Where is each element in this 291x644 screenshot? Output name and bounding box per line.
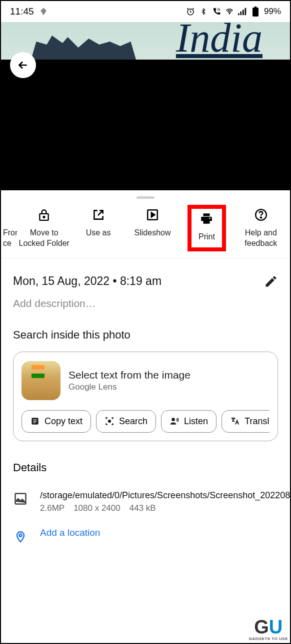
banner-text: India <box>176 22 262 60</box>
svg-point-18 <box>108 420 110 422</box>
signal-icon <box>238 7 247 16</box>
lock-icon <box>37 208 51 222</box>
svg-point-19 <box>172 418 175 421</box>
action-move-to-locked[interactable]: Move toLocked Folder <box>17 208 71 249</box>
svg-rect-3 <box>240 12 242 15</box>
svg-point-9 <box>44 216 45 218</box>
svg-rect-7 <box>252 8 258 17</box>
arrow-left-icon <box>16 59 30 72</box>
sheet-handle[interactable] <box>136 196 154 199</box>
watermark: GU GADGETS TO USE <box>249 618 288 641</box>
action-help[interactable]: Help andfeedback <box>234 208 288 249</box>
back-button[interactable] <box>10 52 36 78</box>
print-icon <box>200 212 214 226</box>
location-icon <box>13 529 28 544</box>
svg-point-21 <box>20 534 22 536</box>
copy-text-button[interactable]: Copy text <box>22 410 91 433</box>
details-title: Details <box>13 461 278 474</box>
svg-rect-16 <box>34 421 37 422</box>
chef-hat-icon <box>39 7 48 16</box>
svg-point-1 <box>229 13 230 14</box>
file-meta: 2.6MP1080 x 2400443 kB <box>40 503 291 513</box>
battery-icon <box>251 7 260 16</box>
lens-thumbnail <box>22 361 60 400</box>
listen-icon <box>170 416 180 426</box>
actions-row[interactable]: Fromce Move toLocked Folder Use as Slide… <box>1 208 290 258</box>
wifi-icon <box>225 7 234 16</box>
file-path: /storage/emulated/0/Pictures/Screenshots… <box>40 489 291 501</box>
help-icon <box>254 208 268 222</box>
photo-banner: India <box>1 22 290 60</box>
svg-rect-5 <box>244 8 246 15</box>
bottom-sheet: Fromce Move toLocked Folder Use as Slide… <box>1 190 290 643</box>
description-input[interactable]: Add description… <box>13 297 278 309</box>
image-icon <box>13 491 28 506</box>
svg-point-11 <box>210 218 211 219</box>
print-highlight: Print <box>188 205 226 251</box>
copy-icon <box>30 416 40 426</box>
pencil-icon <box>264 274 278 288</box>
action-slideshow[interactable]: Slideshow <box>126 208 180 249</box>
translate-icon <box>230 416 240 426</box>
lens-card: Select text from the image Google Lens C… <box>13 352 278 441</box>
play-icon <box>146 208 160 222</box>
svg-rect-17 <box>34 423 36 423</box>
translate-button[interactable]: Translate <box>222 410 270 433</box>
lens-subtitle: Google Lens <box>68 382 190 392</box>
lens-search-icon <box>104 416 114 426</box>
edit-button[interactable] <box>264 274 278 288</box>
action-print[interactable]: Print <box>180 208 234 249</box>
photo-viewer[interactable]: India <box>1 22 290 190</box>
alarm-icon <box>186 7 195 16</box>
file-detail-row: /storage/emulated/0/Pictures/Screenshots… <box>13 489 278 513</box>
external-icon <box>92 208 106 222</box>
status-bar: 11:45 99% <box>1 1 290 22</box>
status-time: 11:45 <box>10 6 34 17</box>
photo-date: Mon, 15 Aug, 2022 • 8:19 am <box>13 274 162 288</box>
search-title: Search inside this photo <box>13 329 278 342</box>
bluetooth-icon <box>199 7 208 16</box>
svg-rect-4 <box>242 10 244 15</box>
svg-rect-6 <box>254 7 256 8</box>
call-icon <box>212 7 221 16</box>
action-use-as[interactable]: Use as <box>71 208 125 249</box>
battery-percent: 99% <box>264 7 281 17</box>
svg-point-13 <box>260 217 262 218</box>
svg-rect-15 <box>34 420 37 420</box>
svg-rect-2 <box>238 14 240 16</box>
listen-button[interactable]: Listen <box>161 410 216 433</box>
location-row[interactable]: Add a location <box>13 527 278 544</box>
action-partial[interactable]: Fromce <box>3 208 17 249</box>
search-button[interactable]: Search <box>96 410 156 433</box>
lens-title: Select text from the image <box>68 369 190 381</box>
add-location-link[interactable]: Add a location <box>40 527 100 544</box>
